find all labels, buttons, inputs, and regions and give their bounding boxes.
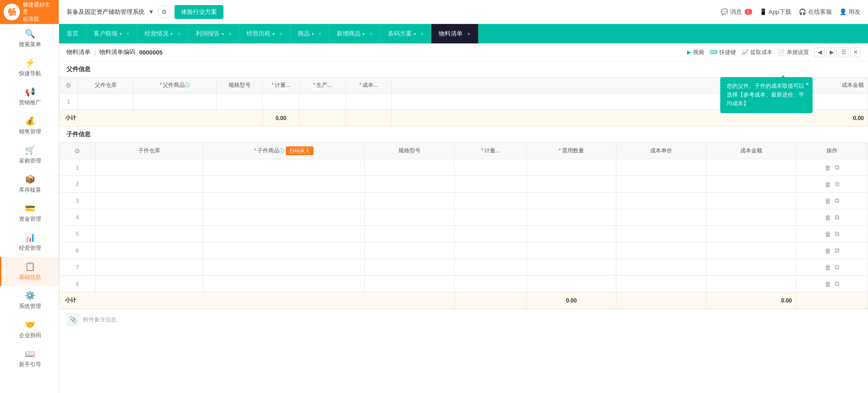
sidebar-item-enterprise[interactable]: 🤝企业协同 [0, 315, 59, 344]
child-needed-6[interactable] [526, 242, 616, 259]
child-unit-cost-8[interactable] [616, 276, 706, 292]
child-unit-cost-2[interactable] [616, 176, 706, 193]
nav-tab-profit[interactable]: 利润报告▾× [188, 24, 239, 43]
child-copy-icon-5[interactable]: ⧉ [835, 230, 839, 238]
parent-warehouse-1[interactable] [78, 93, 133, 110]
child-needed-2[interactable] [526, 176, 616, 193]
child-needed-8[interactable] [526, 276, 616, 292]
tab-close-bom[interactable]: × [467, 31, 470, 36]
child-needed-4[interactable] [526, 209, 616, 226]
nav-tab-goods[interactable]: 商品▾× [290, 24, 329, 43]
nav-tab-home[interactable]: 首页 [59, 24, 86, 43]
child-needed-1[interactable] [526, 159, 616, 176]
parent-unit-1[interactable] [263, 93, 300, 110]
tab-close-customer[interactable]: × [127, 31, 129, 36]
header-user[interactable]: 👤用友 [839, 8, 861, 16]
child-needed-3[interactable] [526, 193, 616, 209]
child-unit-cost-7[interactable] [616, 259, 706, 276]
close-page-button[interactable]: ✕ [850, 47, 861, 57]
child-unit-cost-5[interactable] [616, 226, 706, 242]
child-needed-5[interactable] [526, 226, 616, 242]
child-unit-6[interactable] [455, 242, 527, 259]
sidebar-item-purchase[interactable]: 🛒采购管理 [0, 140, 59, 169]
child-delete-icon-4[interactable]: 🗑 [825, 214, 831, 221]
header-service[interactable]: 🎧在线客服 [799, 8, 832, 16]
child-unit-cost-4[interactable] [616, 209, 706, 226]
sidebar-item-inventory[interactable]: 📦库存核算 [0, 169, 59, 199]
nav-tab-customer[interactable]: 客户联络▾× [86, 24, 137, 43]
child-unit-7[interactable] [455, 259, 527, 276]
child-delete-icon-7[interactable]: 🗑 [825, 264, 831, 271]
sidebar-item-guide[interactable]: 📖新手引导 [0, 344, 59, 373]
child-unit-3[interactable] [455, 193, 527, 209]
shortcut-action[interactable]: ⌨ 快捷键 [710, 48, 736, 56]
child-spec-4[interactable] [365, 209, 455, 226]
child-delete-icon-6[interactable]: 🗑 [825, 247, 831, 254]
sidebar-item-basic[interactable]: 📋基础信息 [0, 257, 59, 286]
child-copy-icon-4[interactable]: ⧉ [835, 213, 839, 221]
child-product-8[interactable] [203, 276, 365, 292]
child-warehouse-1[interactable] [95, 159, 203, 176]
child-delete-icon-2[interactable]: 🗑 [825, 181, 831, 188]
sidebar-item-marketing[interactable]: 📢营销推广 [0, 82, 59, 111]
attachment-icon[interactable]: 📎 [66, 313, 79, 326]
child-warehouse-4[interactable] [95, 209, 203, 226]
nav-tab-history[interactable]: 经营历程▾× [239, 24, 290, 43]
tab-close-barcode[interactable]: × [421, 31, 423, 36]
child-product-7[interactable] [203, 259, 365, 276]
parent-spec-1[interactable] [217, 93, 263, 110]
scan-input-button[interactable]: 扫码录入 [286, 146, 313, 155]
child-warehouse-3[interactable] [95, 193, 203, 209]
tab-close-profit[interactable]: × [229, 31, 231, 36]
extract-cost-action[interactable]: 📈 提取成本 [741, 48, 772, 56]
child-unit-cost-6[interactable] [616, 242, 706, 259]
child-warehouse-6[interactable] [95, 242, 203, 259]
try-industry-button[interactable]: 体验行业方案 [175, 5, 223, 19]
system-dropdown[interactable]: ▼ [148, 8, 154, 15]
parent-cost-1[interactable] [346, 93, 392, 110]
nav-tab-barcode[interactable]: 条码方案▾× [380, 24, 431, 43]
single-setting-action[interactable]: 📄 单据设置 [778, 48, 809, 56]
tab-close-operations[interactable]: × [177, 31, 180, 36]
sidebar-item-finance[interactable]: 💳资金管理 [0, 199, 59, 228]
tab-close-history[interactable]: × [279, 31, 282, 36]
child-product-3[interactable] [203, 193, 365, 209]
child-delete-icon-3[interactable]: 🗑 [825, 197, 831, 205]
nav-tab-bom[interactable]: 物料清单× [431, 24, 478, 43]
video-action[interactable]: ▶ 视频 [687, 48, 704, 56]
child-product-6[interactable] [203, 242, 365, 259]
child-spec-3[interactable] [365, 193, 455, 209]
child-product-5[interactable] [203, 226, 365, 242]
child-spec-2[interactable] [365, 176, 455, 193]
header-app[interactable]: 📱App下载 [760, 8, 791, 16]
child-warehouse-8[interactable] [95, 276, 203, 292]
nav-tab-operations[interactable]: 经营情况▾× [137, 24, 188, 43]
sidebar-item-quicknav[interactable]: ⚡快捷导航 [0, 53, 59, 82]
child-delete-icon-5[interactable]: 🗑 [825, 230, 831, 238]
child-copy-icon-2[interactable]: ⧉ [835, 180, 839, 188]
child-setting-gear-icon[interactable]: ⚙ [74, 147, 80, 155]
child-spec-1[interactable] [365, 159, 455, 176]
child-copy-icon-3[interactable]: ⧉ [835, 197, 839, 205]
child-copy-icon-6[interactable]: ⧉ [835, 247, 839, 254]
tab-close-goods[interactable]: × [319, 31, 321, 36]
child-copy-icon-1[interactable]: ⧉ [835, 163, 839, 171]
child-unit-4[interactable] [455, 209, 527, 226]
child-spec-6[interactable] [365, 242, 455, 259]
child-unit-8[interactable] [455, 276, 527, 292]
child-product-1[interactable] [203, 159, 365, 176]
sidebar-item-operations[interactable]: 📊经营管理 [0, 228, 59, 257]
child-spec-5[interactable] [365, 226, 455, 242]
child-product-2[interactable] [203, 176, 365, 193]
prev-record-button[interactable]: ◀ [814, 47, 825, 57]
child-copy-icon-7[interactable]: ⧉ [835, 263, 839, 271]
child-delete-icon-8[interactable]: 🗑 [825, 280, 831, 288]
child-unit-cost-1[interactable] [616, 159, 706, 176]
child-copy-icon-8[interactable]: ⧉ [835, 280, 839, 288]
child-unit-1[interactable] [455, 159, 527, 176]
header-message[interactable]: 💬消息6 [721, 8, 752, 16]
next-record-button[interactable]: ▶ [826, 47, 837, 57]
child-delete-icon-1[interactable]: 🗑 [825, 164, 831, 171]
sidebar-item-search[interactable]: 🔍搜索菜单 [0, 24, 59, 53]
child-warehouse-7[interactable] [95, 259, 203, 276]
